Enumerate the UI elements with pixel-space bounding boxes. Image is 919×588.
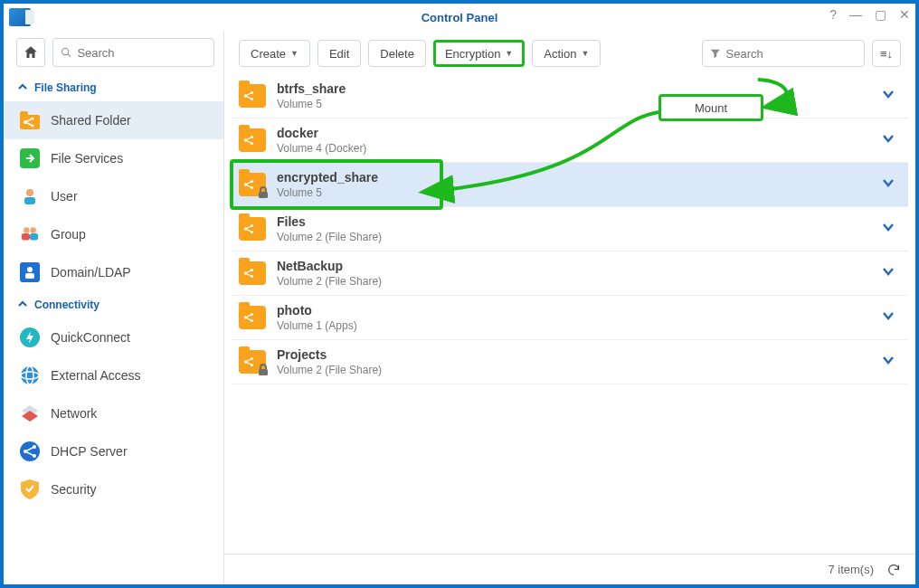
titlebar: Control Panel ? — ▢ ✕	[4, 4, 915, 31]
network-icon	[20, 403, 40, 423]
chevron-down-icon[interactable]	[881, 353, 895, 371]
svg-line-64	[246, 362, 252, 365]
encryption-button[interactable]: Encryption▼	[433, 40, 525, 67]
svg-line-38	[246, 140, 252, 144]
chevron-down-icon[interactable]	[881, 87, 895, 105]
file-services-icon	[20, 148, 40, 168]
edit-button[interactable]: Edit	[317, 40, 361, 67]
maximize-icon[interactable]: ▢	[875, 7, 886, 22]
folder-icon	[239, 128, 266, 152]
sidebar-item-security[interactable]: Security	[4, 470, 223, 508]
sidebar-item-label: Shared Folder	[51, 113, 131, 128]
folder-icon	[239, 350, 266, 374]
folder-subtitle: Volume 5	[277, 186, 378, 199]
sidebar-item-shared-folder[interactable]: Shared Folder	[4, 101, 223, 139]
sidebar-item-group[interactable]: Group	[4, 215, 223, 253]
svg-line-42	[246, 182, 252, 185]
refresh-icon[interactable]	[886, 563, 901, 577]
chevron-down-icon[interactable]	[881, 175, 895, 194]
sidebar-item-label: Domain/LDAP	[51, 265, 131, 280]
folder-row[interactable]: encrypted_shareVolume 5	[232, 163, 908, 207]
user-icon	[20, 186, 40, 206]
sidebar-item-external-access[interactable]: External Access	[4, 356, 223, 394]
folder-subtitle: Volume 2 (File Share)	[277, 231, 382, 243]
sidebar-item-label: File Services	[51, 151, 123, 166]
svg-point-17	[27, 267, 33, 272]
folder-icon	[239, 173, 266, 196]
folder-row[interactable]: photoVolume 1 (Apps)	[232, 296, 908, 340]
section-file-sharing[interactable]: File Sharing	[4, 74, 223, 101]
folder-row[interactable]: FilesVolume 2 (File Share)	[232, 207, 908, 251]
sidebar-search[interactable]	[52, 38, 214, 67]
folder-subtitle: Volume 4 (Docker)	[277, 142, 366, 155]
folder-icon	[239, 217, 266, 241]
svg-line-63	[246, 359, 252, 363]
toolbar-search-input[interactable]	[726, 47, 857, 61]
toolbar: Create▼ Edit Delete Encryption▼ Action▼ …	[224, 31, 915, 74]
svg-line-59	[246, 318, 252, 321]
sidebar-item-dhcp-server[interactable]: DHCP Server	[4, 432, 223, 470]
folder-name: docker	[277, 126, 366, 140]
sidebar-item-label: Security	[51, 482, 97, 497]
chevron-down-icon[interactable]	[881, 131, 895, 149]
sidebar-item-file-services[interactable]: File Services	[4, 139, 223, 177]
window-title: Control Panel	[4, 11, 915, 24]
sidebar-item-label: Network	[51, 406, 97, 421]
folder-row[interactable]: btrfs_shareVolume 5	[232, 74, 908, 119]
svg-rect-18	[25, 273, 34, 279]
sidebar-item-user[interactable]: User	[4, 177, 223, 215]
folder-row[interactable]: NetBackupVolume 2 (File Share)	[232, 251, 908, 296]
svg-line-54	[246, 273, 252, 277]
folder-name: Files	[277, 214, 382, 229]
folder-row[interactable]: ProjectsVolume 2 (File Share)	[232, 340, 908, 384]
home-icon	[23, 44, 39, 61]
chevron-down-icon[interactable]	[881, 308, 895, 327]
domain-ldap-icon	[20, 262, 40, 282]
svg-point-13	[30, 227, 35, 232]
sidebar-item-network[interactable]: Network	[4, 394, 223, 432]
folder-subtitle: Volume 2 (File Share)	[277, 275, 382, 288]
folder-icon	[239, 261, 266, 285]
chevron-down-icon[interactable]	[881, 220, 895, 238]
sidebar-item-domain-ldap[interactable]: Domain/LDAP	[4, 253, 223, 291]
svg-rect-65	[259, 369, 268, 375]
quickconnect-icon	[20, 327, 40, 347]
folder-subtitle: Volume 1 (Apps)	[277, 319, 357, 332]
folder-name: NetBackup	[277, 259, 382, 273]
delete-button[interactable]: Delete	[368, 40, 426, 67]
dhcp-server-icon	[20, 441, 40, 461]
action-button[interactable]: Action▼	[532, 40, 601, 67]
folder-subtitle: Volume 2 (File Share)	[277, 364, 382, 376]
minimize-icon[interactable]: —	[849, 7, 862, 22]
svg-line-32	[246, 93, 252, 97]
section-label: Connectivity	[34, 299, 99, 311]
folder-name: encrypted_share	[277, 170, 378, 185]
filter-icon	[710, 47, 721, 60]
svg-point-0	[62, 48, 69, 54]
folder-name: photo	[277, 303, 357, 318]
main-panel: Create▼ Edit Delete Encryption▼ Action▼ …	[224, 31, 915, 584]
sidebar-item-label: QuickConnect	[51, 330, 130, 345]
sidebar-search-input[interactable]	[77, 46, 206, 60]
svg-rect-14	[22, 233, 30, 240]
toolbar-search[interactable]	[702, 40, 865, 67]
svg-line-43	[246, 185, 252, 188]
sidebar: File Sharing Shared Folder File Services…	[4, 31, 224, 584]
sidebar-item-quickconnect[interactable]: QuickConnect	[4, 318, 223, 356]
section-connectivity[interactable]: Connectivity	[4, 291, 223, 318]
svg-rect-3	[20, 111, 28, 117]
svg-rect-2	[20, 115, 40, 129]
home-button[interactable]	[16, 38, 45, 67]
sort-button[interactable]: ≡↓	[872, 40, 901, 67]
item-count: 7 item(s)	[828, 563, 874, 576]
help-icon[interactable]: ?	[829, 7, 837, 22]
svg-point-23	[20, 441, 40, 461]
shared-folder-icon	[20, 110, 40, 130]
chevron-down-icon[interactable]	[881, 264, 895, 282]
folder-name: Projects	[277, 347, 382, 362]
folder-row[interactable]: dockerVolume 4 (Docker)	[232, 119, 908, 163]
create-button[interactable]: Create▼	[239, 40, 310, 67]
search-icon	[61, 46, 71, 59]
svg-rect-44	[259, 192, 268, 198]
close-icon[interactable]: ✕	[899, 7, 910, 22]
